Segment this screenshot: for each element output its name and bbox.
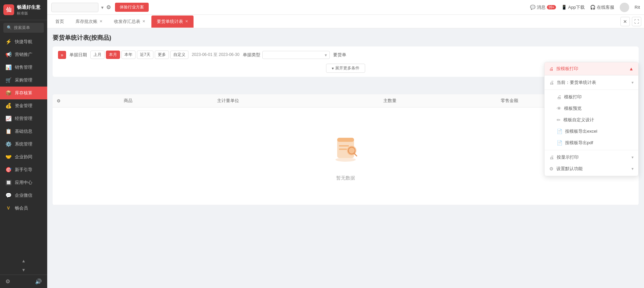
print-dropdown: 🖨 按模板打印 ▲ 🖨 当前：要货单统计表 ▾ 🖨 模板打印 bbox=[544, 62, 639, 176]
tab-home-label: 首页 bbox=[55, 19, 64, 25]
wechat-icon: 💬 bbox=[5, 192, 11, 198]
sidebar-label-cooperation: 企业协同 bbox=[15, 154, 32, 160]
sidebar-item-wechat[interactable]: 💬 企业微信 bbox=[0, 189, 47, 202]
sidebar-item-sales[interactable]: 📊 销售管理 bbox=[0, 61, 47, 74]
col-settings[interactable]: ⚙ bbox=[53, 94, 120, 107]
sidebar-item-basic[interactable]: 📋 基础信息 bbox=[0, 125, 47, 138]
sidebar-search-area[interactable]: 🔍 搜索菜单 bbox=[0, 20, 47, 35]
tab-collect-summary-close[interactable]: ✕ bbox=[142, 19, 145, 24]
topbar-search-input[interactable] bbox=[51, 3, 98, 12]
sidebar-scroll-down[interactable]: ▼ bbox=[0, 265, 47, 275]
user-avatar[interactable] bbox=[620, 3, 629, 12]
tab-home[interactable]: 首页 bbox=[50, 15, 69, 28]
sidebar-item-cooperation[interactable]: 🤝 企业协同 bbox=[0, 151, 47, 163]
sidebar-scroll-up[interactable]: ▲ bbox=[0, 256, 47, 265]
app-download-btn[interactable]: 📱 App下载 bbox=[561, 4, 585, 10]
date-btn-last-month[interactable]: 上月 bbox=[90, 51, 105, 59]
dropdown-divider-1 bbox=[545, 90, 638, 90]
date-btn-this-month[interactable]: 本月 bbox=[106, 51, 120, 59]
online-service-btn[interactable]: 🎧 在线客服 bbox=[590, 4, 614, 10]
filter-expand-btn[interactable]: » bbox=[58, 51, 66, 59]
search-menu-button[interactable]: 🔍 搜索菜单 bbox=[3, 23, 44, 33]
tab-inventory-batch[interactable]: 库存批次账 ✕ bbox=[70, 15, 108, 28]
date-filter-label: 单据日期 bbox=[69, 52, 87, 58]
maximize-btn[interactable]: ⛶ bbox=[632, 17, 641, 26]
sidebar-item-purchase[interactable]: 🛒 采购管理 bbox=[0, 74, 47, 87]
page-title: 要货单统计表(按商品) bbox=[53, 34, 639, 42]
print-dropdown-header[interactable]: 🖨 按模板打印 ▲ bbox=[545, 62, 638, 75]
sales-icon: 📊 bbox=[5, 64, 11, 70]
member-icon: V bbox=[5, 206, 11, 211]
main-area: ▾ ⚙ 体验行业方案 💬 消息 99+ 📱 App下载 🎧 在线客服 Rit 首… bbox=[47, 0, 644, 288]
topbar-right: 💬 消息 99+ 📱 App下载 🎧 在线客服 Rit bbox=[530, 3, 640, 12]
display-print-arrow: ▾ bbox=[632, 155, 634, 160]
current-template-item[interactable]: 🖨 当前：要货单统计表 ▾ bbox=[545, 77, 638, 88]
expand-more-btn[interactable]: ▾ 展开更多条件 bbox=[326, 64, 365, 73]
dropdown-item-template-print[interactable]: 🖨 模板打印 bbox=[545, 91, 638, 103]
cooperation-icon: 🤝 bbox=[5, 154, 11, 160]
sidebar-nav: ⚡ 快捷导航 📢 营销推广 📊 销售管理 🛒 采购管理 📦 库存核算 💰 资金管… bbox=[0, 35, 47, 256]
search-menu-label: 搜索菜单 bbox=[14, 25, 30, 31]
dropdown-item-export-excel[interactable]: 📄 按模板导出excel bbox=[545, 126, 638, 137]
topbar-settings-icon[interactable]: ⚙ bbox=[106, 4, 111, 10]
messages-btn[interactable]: 💬 消息 99+ bbox=[530, 4, 556, 10]
date-btn-7days[interactable]: 近7天 bbox=[137, 51, 153, 59]
tabs-right-area: ✕ ⛶ bbox=[620, 17, 641, 26]
sidebar-sound-icon[interactable]: 🔊 bbox=[35, 278, 42, 285]
dropdown-item-display-print[interactable]: 🖨 按显示打印 ▾ bbox=[545, 152, 638, 163]
user-name[interactable]: Rit bbox=[635, 5, 640, 10]
brand-name: 畅通好生意 bbox=[17, 4, 40, 11]
sidebar-item-app-center[interactable]: 🔲 应用中心 bbox=[0, 176, 47, 189]
display-print-left: 🖨 按显示打印 bbox=[549, 154, 579, 160]
sidebar-label-sales: 销售管理 bbox=[15, 64, 32, 70]
set-default-icon: ⚙ bbox=[549, 166, 554, 171]
topbar-dropdown-arrow[interactable]: ▾ bbox=[101, 5, 104, 10]
sidebar-item-newbie[interactable]: 🎯 新手引导 bbox=[0, 163, 47, 176]
col-unit: 主计量单位 bbox=[213, 94, 379, 107]
close-all-tabs-btn[interactable]: ✕ bbox=[620, 17, 630, 26]
print-dropdown-chevron[interactable]: ▲ bbox=[629, 66, 634, 71]
dropdown-item-export-pdf[interactable]: 📄 按模板导出pdf bbox=[545, 137, 638, 149]
svg-rect-3 bbox=[339, 145, 349, 147]
template-print-label: 模板打印 bbox=[564, 94, 582, 100]
basic-icon: 📋 bbox=[5, 128, 11, 134]
sidebar-label-inventory: 库存核算 bbox=[15, 90, 32, 96]
dropdown-divider-2 bbox=[545, 150, 638, 150]
tab-collect-summary[interactable]: 收发存汇总表 ✕ bbox=[109, 15, 151, 28]
sidebar-item-member[interactable]: V 畅会员 bbox=[0, 202, 47, 215]
doc-type-label: 单据类型 bbox=[243, 52, 260, 58]
svg-point-0 bbox=[335, 158, 356, 162]
display-print-label: 按显示打印 bbox=[557, 154, 579, 160]
date-range-display: 2023-06-01 至 2023-06-30 bbox=[192, 52, 239, 58]
dropdown-item-template-preview[interactable]: 👁 模板预览 bbox=[545, 103, 638, 114]
export-pdf-label: 按模板导出pdf bbox=[565, 140, 593, 146]
sidebar-label-quick-nav: 快捷导航 bbox=[15, 39, 32, 45]
tab-inventory-batch-close[interactable]: ✕ bbox=[99, 19, 103, 24]
sidebar-item-quick-nav[interactable]: ⚡ 快捷导航 bbox=[0, 35, 47, 48]
display-print-icon: 🖨 bbox=[549, 155, 554, 160]
sidebar-item-marketing[interactable]: 📢 营销推广 bbox=[0, 48, 47, 61]
trial-btn[interactable]: 体验行业方案 bbox=[115, 3, 149, 12]
sidebar-item-operations[interactable]: 📈 经营管理 bbox=[0, 112, 47, 125]
sidebar-settings-icon[interactable]: ⚙ bbox=[5, 278, 10, 285]
col-quantity: 主数量 bbox=[379, 94, 497, 107]
template-preview-label: 模板预览 bbox=[564, 105, 582, 111]
tab-order-stats[interactable]: 要货单统计表 ✕ bbox=[151, 15, 194, 28]
sidebar-item-finance[interactable]: 💰 资金管理 bbox=[0, 99, 47, 112]
app-download-label: App下载 bbox=[568, 4, 585, 10]
app-version: 标准版 bbox=[17, 11, 40, 16]
date-btn-this-year[interactable]: 本年 bbox=[121, 51, 136, 59]
tabs-bar: 首页 库存批次账 ✕ 收发存汇总表 ✕ 要货单统计表 ✕ ✕ ⛶ bbox=[47, 15, 644, 28]
tab-order-stats-close[interactable]: ✕ bbox=[185, 19, 188, 24]
sidebar-item-inventory[interactable]: 📦 库存核算 bbox=[0, 87, 47, 99]
date-btn-custom[interactable]: 自定义 bbox=[170, 51, 188, 59]
dropdown-item-set-default[interactable]: ⚙ 设置默认功能 ▾ bbox=[545, 163, 638, 174]
messages-badge: 99+ bbox=[547, 5, 556, 9]
date-btn-more[interactable]: 更多 bbox=[155, 51, 169, 59]
doc-type-select[interactable] bbox=[262, 51, 330, 59]
sidebar-item-system[interactable]: ⚙️ 系统管理 bbox=[0, 138, 47, 151]
dropdown-item-template-custom[interactable]: ✏ 模板自定义设计 bbox=[545, 114, 638, 126]
set-default-left: ⚙ 设置默认功能 bbox=[549, 166, 583, 172]
sidebar: 仙 畅通好生意 标准版 🔍 搜索菜单 ⚡ 快捷导航 📢 营销推广 📊 销售管理 … bbox=[0, 0, 47, 288]
app-logo-text: 畅通好生意 标准版 bbox=[17, 4, 40, 16]
